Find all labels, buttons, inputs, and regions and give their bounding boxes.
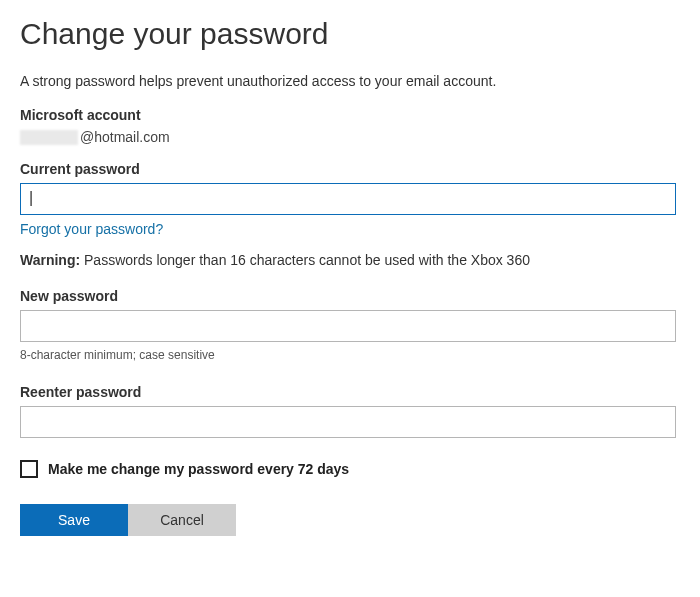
current-password-label: Current password bbox=[20, 161, 680, 177]
checkbox-label: Make me change my password every 72 days bbox=[48, 461, 349, 477]
forgot-password-link[interactable]: Forgot your password? bbox=[20, 221, 163, 237]
warning-text: Passwords longer than 16 characters cann… bbox=[80, 252, 530, 268]
change-password-periodic-checkbox[interactable]: Make me change my password every 72 days bbox=[20, 460, 680, 478]
email-suffix: @hotmail.com bbox=[80, 129, 170, 145]
checkbox-box[interactable] bbox=[20, 460, 38, 478]
subtitle: A strong password helps prevent unauthor… bbox=[20, 73, 680, 89]
new-password-hint: 8-character minimum; case sensitive bbox=[20, 348, 680, 362]
account-label: Microsoft account bbox=[20, 107, 680, 123]
warning-row: Warning: Passwords longer than 16 charac… bbox=[20, 252, 680, 268]
cancel-button[interactable]: Cancel bbox=[128, 504, 236, 536]
page-title: Change your password bbox=[20, 17, 680, 51]
current-password-input[interactable]: | bbox=[20, 183, 676, 215]
save-button[interactable]: Save bbox=[20, 504, 128, 536]
account-value-row: @hotmail.com bbox=[20, 129, 680, 145]
new-password-input[interactable] bbox=[20, 310, 676, 342]
redacted-username bbox=[20, 130, 78, 145]
reenter-password-label: Reenter password bbox=[20, 384, 680, 400]
button-row: Save Cancel bbox=[20, 504, 680, 536]
new-password-label: New password bbox=[20, 288, 680, 304]
warning-label: Warning: bbox=[20, 252, 80, 268]
reenter-password-input[interactable] bbox=[20, 406, 676, 438]
